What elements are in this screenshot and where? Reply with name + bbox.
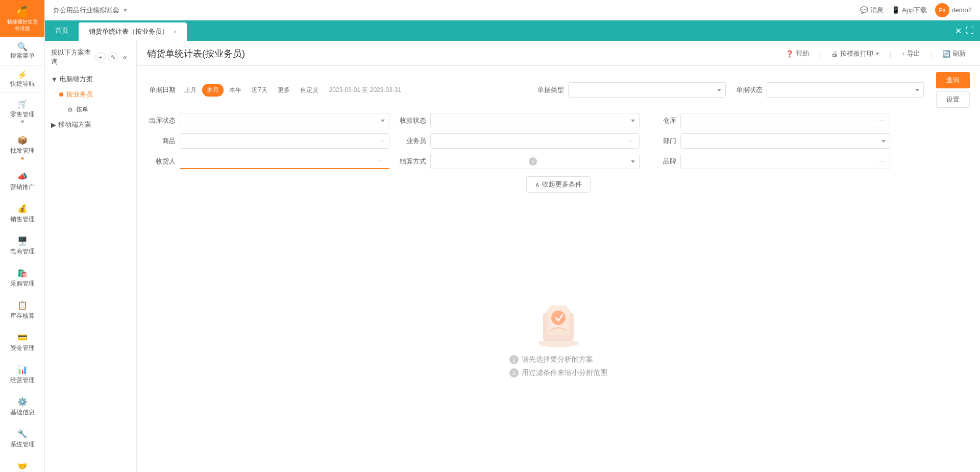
- add-scheme-btn[interactable]: +: [95, 52, 106, 62]
- settlement-clear-btn[interactable]: ×: [529, 157, 537, 166]
- date-btn-last-month[interactable]: 上月: [180, 84, 201, 97]
- tip-2-text: 用过滤条件来缩小分析范围: [522, 368, 607, 377]
- sidebar-item-marketing[interactable]: 📣 营销推广: [0, 166, 44, 198]
- home-tab-label: 首页: [55, 26, 68, 35]
- brand-dots: ···: [879, 157, 886, 166]
- date-btn-this-month[interactable]: 本月: [202, 84, 224, 97]
- warehouse-dots: ···: [879, 116, 886, 125]
- query-buttons: 查询 设置: [936, 72, 970, 108]
- date-btn-this-year[interactable]: 本年: [225, 84, 246, 97]
- empty-tip-2: 2 用过滤条件来缩小分析范围: [509, 368, 607, 377]
- export-btn[interactable]: ↑ 导出: [897, 47, 924, 60]
- salesperson-label: 业务员: [398, 136, 426, 146]
- sidebar-item-basic[interactable]: ⚙️ 基础信息: [0, 391, 44, 423]
- divider1: |: [819, 50, 821, 58]
- tab-close-main[interactable]: ✕: [955, 26, 962, 36]
- enterprise-icon: 🤝: [17, 461, 28, 471]
- date-btn-7days[interactable]: 近7天: [247, 84, 272, 97]
- help-icon: ❓: [786, 50, 794, 58]
- help-btn[interactable]: ❓ 帮助: [781, 47, 813, 60]
- tip-1-text: 请先选择要分析的方案: [522, 355, 593, 364]
- sidebar-item-sales[interactable]: 💰 销售管理: [0, 198, 44, 230]
- sidebar-item-system[interactable]: 🔧 系统管理: [0, 423, 44, 455]
- svg-point-4: [551, 311, 566, 325]
- refresh-btn[interactable]: 🔄 刷新: [938, 47, 970, 60]
- sidebar-item-purchase[interactable]: 🛍️ 采购管理: [0, 262, 44, 294]
- collapse-row: ∧ 收起更多条件: [147, 174, 970, 195]
- date-btn-custom[interactable]: 自定义: [296, 84, 323, 97]
- collapse-panel-btn[interactable]: «: [120, 52, 130, 62]
- app-logo[interactable]: 🍊 畅捷通好生意 标准版: [0, 0, 44, 37]
- message-icon: 💬: [860, 6, 868, 14]
- consignee-dots: ···: [378, 156, 385, 166]
- filter-area: 单据日期 上月 本月 本年 近7天 更多 自定义 2023-03-01 至 20…: [137, 66, 980, 201]
- sidebar-item-operations[interactable]: 📊 经营管理: [0, 359, 44, 391]
- dropdown-chevron[interactable]: ▾: [124, 6, 127, 14]
- sidebar-search[interactable]: 🔍 搜索菜单: [0, 37, 44, 66]
- filter-row-4: 收货人 ··· 结算方式 ×: [147, 154, 970, 169]
- sidebar-item-marketing-label: 营销推广: [10, 183, 35, 192]
- department-label: 部门: [648, 136, 676, 146]
- page-dropdown-label[interactable]: 办公用品行业模拟账套: [53, 6, 119, 15]
- tab-close-btn[interactable]: ×: [174, 29, 177, 35]
- salesperson-input[interactable]: ···: [430, 133, 640, 149]
- tree-parent-mobile[interactable]: ▶ 移动端方案: [45, 117, 136, 132]
- topbar-left: 办公用品行业模拟账套 ▾: [53, 6, 127, 15]
- sidebar-item-ecommerce[interactable]: 🖥️ 电商管理: [0, 230, 44, 262]
- out-status-input[interactable]: [180, 113, 389, 128]
- sidebar-item-inventory[interactable]: 📋 库存核算: [0, 294, 44, 326]
- empty-tips: 1 请先选择要分析的方案 2 用过滤条件来缩小分析范围: [509, 355, 607, 382]
- query-btn[interactable]: 查询: [936, 72, 970, 88]
- collapse-btn[interactable]: ∧ 收起更多条件: [526, 176, 591, 193]
- brand-input[interactable]: ···: [680, 154, 890, 169]
- sidebar-item-retail[interactable]: 🛒 零售管理: [0, 93, 44, 129]
- tab-maximize-btn[interactable]: ⛶: [966, 26, 974, 35]
- filter-col-goods: 商品 ···: [147, 133, 389, 149]
- receipt-status-input[interactable]: [430, 113, 640, 128]
- filter-col-date: 单据日期 上月 本月 本年 近7天 更多 自定义 2023-03-01 至 20…: [147, 84, 527, 97]
- filter-col-receipt-status: 收款状态: [398, 113, 640, 128]
- tree-child-salesperson[interactable]: 按业务员: [45, 87, 136, 102]
- department-input[interactable]: [680, 133, 890, 149]
- consignee-label: 收货人: [147, 157, 176, 166]
- inventory-icon: 📋: [17, 300, 28, 310]
- consignee-input[interactable]: ···: [180, 154, 389, 169]
- app-download-label: App下载: [902, 6, 927, 15]
- tree-parent-mobile-label: 移动端方案: [58, 120, 91, 129]
- filter-col-out-status: 出库状态: [147, 113, 389, 128]
- sidebar-item-wholesale-label: 批发管理: [10, 147, 35, 155]
- tab-bar: 首页 销货单统计表（按业务员） × ✕ ⛶: [45, 20, 980, 41]
- brand-label: 品牌: [648, 157, 676, 166]
- tab-home[interactable]: 首页: [45, 20, 79, 41]
- sidebar-item-wholesale[interactable]: 📦 批发管理: [0, 129, 44, 166]
- settings-btn[interactable]: 设置: [936, 91, 970, 108]
- page-actions: ❓ 帮助 | 🖨 按模板打印 | ↑ 导出 |: [781, 47, 970, 60]
- filter-col-brand: 品牌 ···: [648, 154, 890, 169]
- app-download-btn[interactable]: 📱 App下载: [892, 6, 927, 15]
- sidebar-item-operations-label: 经营管理: [10, 376, 35, 385]
- tab-active[interactable]: 销货单统计表（按业务员） ×: [79, 22, 187, 41]
- retail-icon: 🛒: [17, 99, 28, 109]
- tree-sub-order[interactable]: ⚙ 按单: [45, 102, 136, 117]
- message-btn[interactable]: 💬 消息: [860, 6, 884, 15]
- receipt-status-chevron: [631, 120, 635, 122]
- user-info[interactable]: Ea demo2: [935, 3, 972, 17]
- edit-scheme-btn[interactable]: ✎: [108, 52, 118, 62]
- doc-status-input[interactable]: [767, 82, 924, 98]
- warehouse-input[interactable]: ···: [680, 113, 890, 128]
- template-print-btn[interactable]: 🖨 按模板打印: [827, 47, 884, 60]
- print-icon: 🖨: [831, 50, 838, 58]
- divider3: |: [930, 50, 932, 58]
- tree-parent-desktop[interactable]: ▼ 电脑端方案: [45, 72, 136, 87]
- help-label: 帮助: [796, 49, 809, 58]
- sidebar-item-enterprise[interactable]: 🤝 企业协同: [0, 455, 44, 472]
- sidebar-item-system-label: 系统管理: [10, 440, 35, 449]
- settlement-input[interactable]: ×: [430, 154, 640, 169]
- sidebar-item-inventory-label: 库存核算: [10, 312, 35, 320]
- doc-type-input[interactable]: [568, 82, 726, 98]
- goods-input[interactable]: ···: [180, 133, 389, 149]
- sidebar-item-finance[interactable]: 💳 资金管理: [0, 326, 44, 359]
- sidebar-quick-nav[interactable]: ⚡ 快捷导航: [0, 66, 44, 93]
- date-btn-more[interactable]: 更多: [273, 84, 295, 97]
- doc-status-chevron: [915, 89, 919, 91]
